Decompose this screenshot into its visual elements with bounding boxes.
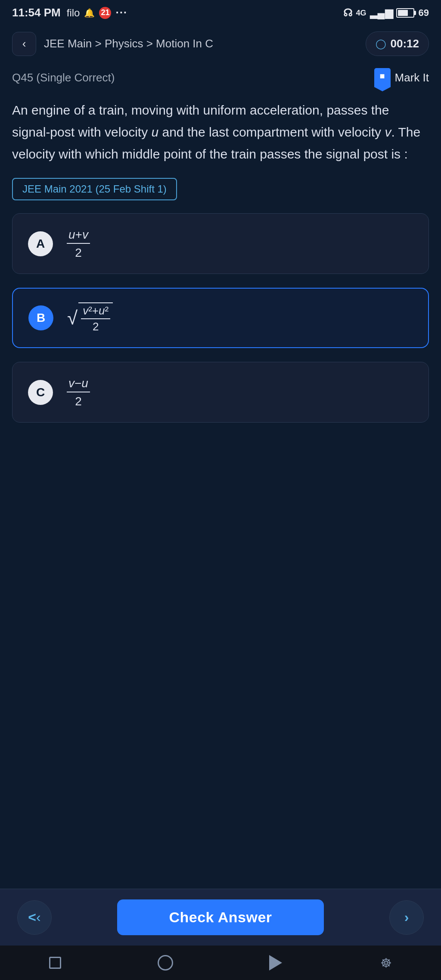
mark-it-label: Mark It [395,71,429,84]
option-b[interactable]: B √ v²+u² 2 [12,288,429,348]
back-arrow-icon: ‹ [22,37,26,50]
option-c[interactable]: C v−u 2 [12,362,429,423]
question-body: An engine of a train, moving with unifor… [0,93,441,169]
option-c-circle: C [28,380,53,405]
status-right: ☊ 4G ▂▄▆ 69 [343,7,429,19]
recent-apps-icon [49,957,61,969]
status-bar: 11:54 PM filo 🔔 21 ··· ☊ 4G ▂▄▆ 69 [0,0,441,24]
option-a-formula: u+v 2 [67,227,90,260]
notif-count: 21 [99,7,111,19]
back-button[interactable]: ‹ [12,32,36,56]
battery-percent: 69 [419,7,429,19]
next-arrow-icon: › [404,909,409,925]
next-button[interactable]: › [389,900,424,935]
accessibility-button[interactable]: ☸ [375,952,397,974]
header-nav: ‹ JEE Main > Physics > Motion In C ◯ 00:… [0,24,441,64]
system-nav-bar: ☸ [0,946,441,980]
check-answer-button[interactable]: Check Answer [117,899,323,935]
timer-display: 00:12 [391,37,419,50]
prev-arrow-icon: < [28,909,36,925]
carrier-name: filo [67,7,80,19]
option-a-circle: A [28,231,53,256]
battery-fill [398,10,408,16]
option-a[interactable]: A u+v 2 [12,213,429,274]
bottom-nav: < ‹ Check Answer › [0,889,441,946]
breadcrumb: JEE Main > Physics > Motion In C [44,37,358,50]
home-icon [158,955,173,971]
options-container: A u+v 2 B √ v²+u² 2 C [0,213,441,436]
option-b-circle: B [28,305,53,330]
prev-button[interactable]: < ‹ [17,900,52,935]
signal-bars: ▂▄▆ [370,7,393,19]
option-c-content: v−u 2 [67,376,413,408]
battery-indicator [396,8,414,18]
option-b-content: √ v²+u² 2 [67,302,413,333]
bluetooth-icon: ☊ [343,7,352,19]
status-left: 11:54 PM filo 🔔 21 ··· [12,6,127,19]
back-sys-button[interactable] [265,952,286,974]
tag-container: JEE Main 2021 (25 Feb Shift 1) [0,169,441,213]
mark-it-button[interactable]: ■ Mark It [374,68,429,87]
option-a-content: u+v 2 [67,227,413,260]
network-type: 4G [356,9,366,17]
timer-button[interactable]: ◯ 00:12 [366,31,429,56]
accessibility-icon: ☸ [380,955,392,971]
question-tag: JEE Main 2021 (25 Feb Shift 1) [12,178,177,200]
home-button[interactable] [155,952,176,974]
more-dots: ··· [115,6,127,19]
option-b-formula: √ v²+u² 2 [67,302,113,333]
recent-apps-button[interactable] [44,952,66,974]
back-sys-icon [269,955,282,971]
timer-icon: ◯ [376,38,386,50]
time-display: 11:54 PM [12,6,61,19]
option-c-formula: v−u 2 [67,376,90,408]
bookmark-icon: ■ [374,68,391,87]
notif-icon: 🔔 [84,8,95,18]
question-header: Q45 (Single Correct) ■ Mark It [0,64,441,93]
question-label: Q45 (Single Correct) [12,71,115,84]
